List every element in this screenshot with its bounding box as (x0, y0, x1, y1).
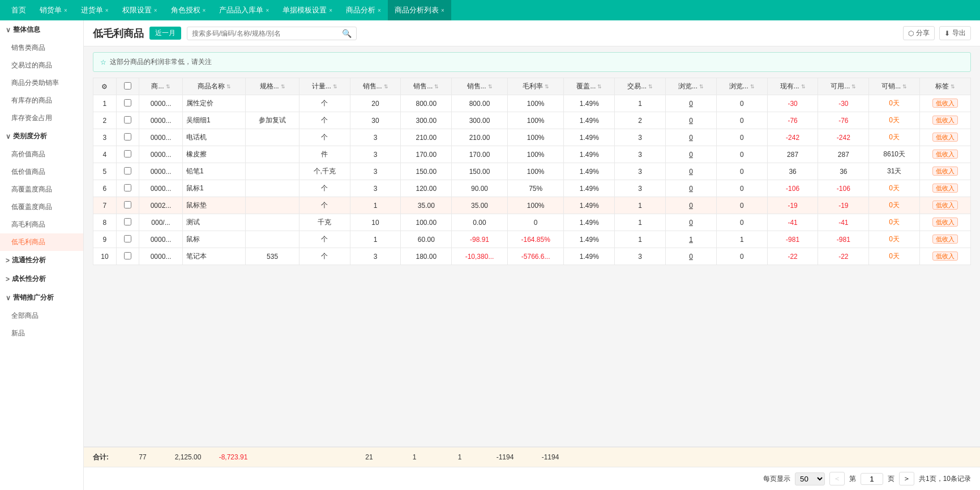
th-sales-qty[interactable]: 销售...⇅ (350, 78, 401, 95)
nav-analysis[interactable]: 商品分析× (339, 0, 388, 20)
th-trans[interactable]: 交易...⇅ (615, 78, 666, 95)
cell-view1[interactable]: 0 (666, 214, 717, 231)
cell-view2: 0 (716, 146, 767, 163)
select-all-checkbox[interactable] (124, 82, 131, 90)
row-checkbox[interactable] (124, 252, 131, 259)
th-name[interactable]: 商品名称⇅ (182, 78, 245, 95)
row-checkbox[interactable] (124, 184, 131, 191)
close-icon[interactable]: × (105, 7, 109, 14)
cell-checkbox[interactable] (116, 146, 139, 163)
close-icon[interactable]: × (378, 7, 381, 14)
row-checkbox[interactable] (124, 133, 131, 140)
sidebar-item-high-margin[interactable]: 高毛利商品 (0, 216, 83, 233)
th-margin[interactable]: 毛利率⇅ (507, 78, 564, 95)
sidebar-item-low-value[interactable]: 低价值商品 (0, 163, 83, 181)
page-input[interactable] (861, 473, 883, 485)
table-container[interactable]: ⚙ 商...⇅ 商品名称⇅ 规格...⇅ 计量...⇅ 销售...⇅ 销售...… (93, 78, 971, 446)
close-icon[interactable]: × (329, 7, 332, 14)
th-sellable[interactable]: 可销...⇅ (869, 78, 920, 95)
nav-sales[interactable]: 销货单× (33, 0, 74, 20)
th-tag[interactable]: 标签⇅ (920, 78, 971, 95)
close-icon[interactable]: × (64, 7, 67, 14)
cell-current: -981 (767, 231, 818, 248)
sidebar-group-overview[interactable]: ∨ 整体信息 (0, 20, 83, 39)
th-sales-profit[interactable]: 销售...⇅ (452, 78, 508, 95)
th-checkbox[interactable] (116, 78, 139, 95)
close-icon[interactable]: × (441, 7, 444, 14)
sidebar-item-sales-goods[interactable]: 销售类商品 (0, 39, 83, 57)
cell-view1[interactable]: 0 (666, 180, 717, 197)
cell-checkbox[interactable] (116, 95, 139, 112)
cell-view1[interactable]: 0 (666, 146, 717, 163)
cell-view1[interactable]: 0 (666, 112, 717, 129)
sidebar-item-low-coverage[interactable]: 低覆盖度商品 (0, 198, 83, 216)
next-page-button[interactable]: ＞ (899, 472, 914, 485)
th-view2[interactable]: 浏览...⇅ (716, 78, 767, 95)
nav-purchase[interactable]: 进货单× (74, 0, 115, 20)
cell-checkbox[interactable] (116, 112, 139, 129)
close-icon[interactable]: × (203, 7, 206, 14)
th-code[interactable]: 商...⇅ (139, 78, 183, 95)
nav-home[interactable]: 首页 (5, 0, 33, 20)
sidebar-item-in-stock[interactable]: 有库存的商品 (0, 92, 83, 109)
row-checkbox[interactable] (124, 167, 131, 174)
cell-checkbox[interactable] (116, 197, 139, 214)
sidebar-item-new-goods[interactable]: 新品 (0, 325, 83, 342)
cell-view1[interactable]: 0 (666, 248, 717, 265)
cell-checkbox[interactable] (116, 129, 139, 146)
sidebar-item-all-goods[interactable]: 全部商品 (0, 307, 83, 325)
cell-name: 鼠标1 (182, 180, 245, 197)
search-input[interactable] (192, 29, 342, 37)
cell-view1[interactable]: 0 (666, 129, 717, 146)
th-spec[interactable]: 规格...⇅ (246, 78, 299, 95)
sidebar-item-stock-capital[interactable]: 库存资金占用 (0, 109, 83, 127)
nav-product-in[interactable]: 产品品入库单× (212, 0, 276, 20)
cell-checkbox[interactable] (116, 231, 139, 248)
nav-template[interactable]: 单据模板设置× (276, 0, 339, 20)
row-checkbox[interactable] (124, 150, 131, 157)
sidebar-item-category-rate[interactable]: 商品分类助销率 (0, 74, 83, 92)
row-checkbox[interactable] (124, 218, 131, 225)
export-button[interactable]: ⬇ 导出 (939, 26, 971, 40)
tag-badge: 低收入 (932, 218, 958, 227)
share-button[interactable]: ⬡ 分享 (903, 26, 935, 40)
search-icon[interactable]: 🔍 (342, 29, 352, 38)
close-icon[interactable]: × (154, 7, 157, 14)
row-checkbox[interactable] (124, 201, 131, 208)
cell-view1[interactable]: 0 (666, 197, 717, 214)
sidebar-group-growth[interactable]: > 成长性分析 (0, 270, 83, 288)
cell-checkbox[interactable] (116, 180, 139, 197)
cell-checkbox[interactable] (116, 214, 139, 231)
sidebar-group-marketing[interactable]: ∨ 营销推广分析 (0, 288, 83, 307)
nav-analysis-list[interactable]: 商品分析列表× (388, 0, 451, 20)
th-settings[interactable]: ⚙ (93, 78, 117, 95)
cell-view1[interactable]: 1 (666, 231, 717, 248)
th-current[interactable]: 现有...⇅ (767, 78, 818, 95)
sidebar-item-high-value[interactable]: 高价值商品 (0, 146, 83, 163)
sidebar-group-category[interactable]: ∨ 类别度分析 (0, 127, 83, 146)
nav-role[interactable]: 角色授权× (164, 0, 213, 20)
th-available[interactable]: 可用...⇅ (818, 78, 869, 95)
sidebar-group-flow[interactable]: > 流通性分析 (0, 251, 83, 270)
time-filter-button[interactable]: 近一月 (149, 27, 181, 40)
close-icon[interactable]: × (266, 7, 269, 14)
cell-view1[interactable]: 0 (666, 163, 717, 180)
row-checkbox[interactable] (124, 235, 131, 242)
prev-page-button[interactable]: ＜ (829, 472, 845, 485)
th-sales-price[interactable]: 销售...⇅ (401, 78, 452, 95)
th-unit[interactable]: 计量...⇅ (299, 78, 350, 95)
cell-view1[interactable]: 0 (666, 95, 717, 112)
per-page-select[interactable]: 50 100 (795, 472, 825, 485)
sidebar-item-high-coverage[interactable]: 高覆盖度商品 (0, 181, 83, 198)
th-view1[interactable]: 浏览...⇅ (666, 78, 717, 95)
notice-text: 这部分商品的利润非常低，请关注 (110, 57, 212, 67)
th-coverage[interactable]: 覆盖...⇅ (564, 78, 615, 95)
row-checkbox[interactable] (124, 116, 131, 123)
sidebar-item-traded[interactable]: 交易过的商品 (0, 57, 83, 74)
sidebar-item-low-margin[interactable]: 低毛利商品 (0, 233, 83, 251)
row-checkbox[interactable] (124, 99, 131, 106)
cell-unit: 个 (299, 112, 350, 129)
nav-permission[interactable]: 权限设置× (115, 0, 164, 20)
cell-checkbox[interactable] (116, 163, 139, 180)
cell-checkbox[interactable] (116, 248, 139, 265)
